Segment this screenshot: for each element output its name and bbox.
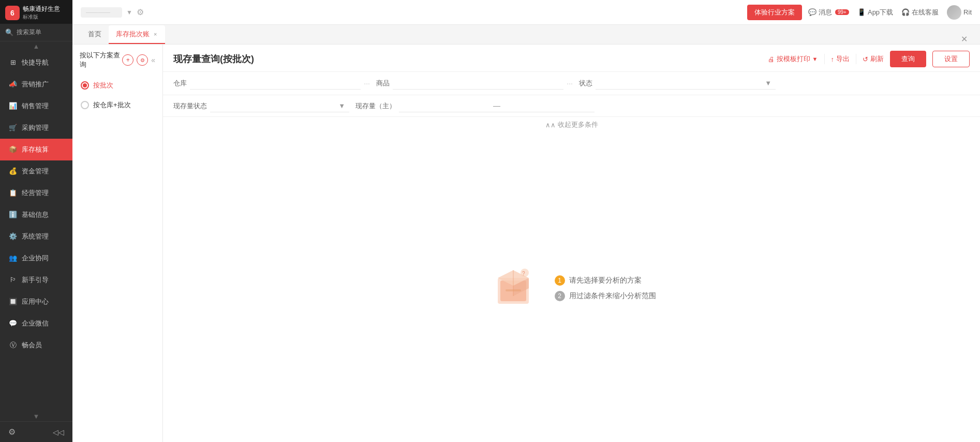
- sidebar-item-marketing[interactable]: 📣 营销推广: [0, 73, 72, 95]
- action-divider-1: [824, 54, 825, 64]
- action-divider-2: [856, 54, 856, 64]
- tab-inventory-batch-label: 库存批次账: [116, 30, 150, 39]
- sidebar-item-sales[interactable]: 📊 销售管理: [0, 95, 72, 117]
- sidebar-item-app-center[interactable]: 🔲 应用中心: [0, 291, 72, 313]
- scroll-down-btn[interactable]: ▼: [0, 411, 72, 421]
- filter-option-by-warehouse-batch[interactable]: 按仓库+批次: [72, 95, 162, 115]
- refresh-label: 刷新: [870, 54, 884, 64]
- status-label: 状态: [579, 79, 592, 88]
- sidebar-item-finance[interactable]: 💰 资金管理: [0, 160, 72, 182]
- stock-amount-from[interactable]: [399, 102, 490, 110]
- stock-status-field: 现存量状态 ▼: [173, 100, 349, 112]
- stock-status-label: 现存量状态: [173, 101, 207, 111]
- topbar-nav: ────── ▼ ⚙: [81, 7, 408, 18]
- sidebar-header: 6 畅康通好生意 标准版: [0, 0, 72, 24]
- tip-text-1: 请先选择要分析的方案: [569, 276, 642, 285]
- tab-home[interactable]: 首页: [81, 25, 109, 44]
- range-divider: —: [493, 101, 500, 110]
- sidebar-item-quick-nav[interactable]: ⊞ 快捷导航: [0, 52, 72, 73]
- refresh-btn[interactable]: ↺ 刷新: [863, 54, 884, 64]
- sidebar-item-system[interactable]: ⚙️ 系统管理: [0, 226, 72, 247]
- print-dropdown-chevron[interactable]: ▼: [812, 56, 818, 62]
- filter-panel-title-text: 按以下方案查询: [80, 51, 122, 69]
- collapse-sidebar-btn[interactable]: ◁◁: [53, 428, 64, 436]
- product-label: 商品: [376, 79, 390, 88]
- message-badge: 99+: [835, 9, 849, 15]
- add-scheme-btn[interactable]: +: [122, 54, 133, 66]
- tab-home-label: 首页: [88, 30, 101, 39]
- nav-label-inventory: 库存核算: [22, 145, 49, 154]
- print-btn[interactable]: 🖨 按模板打印 ▼: [768, 54, 818, 64]
- vip-icon: Ⓥ: [8, 341, 18, 350]
- filter-option-by-batch[interactable]: 按批次: [72, 76, 162, 95]
- sidebar-item-member[interactable]: Ⓥ 畅会员: [0, 334, 72, 356]
- query-area: 现存量查询(按批次) 🖨 按模板打印 ▼ ↑ 导出 ↺ 刷: [163, 45, 980, 442]
- sidebar-item-purchase[interactable]: 🛒 采购管理: [0, 117, 72, 139]
- grid-icon: ⊞: [8, 58, 18, 67]
- stock-amount-label: 现存量（主）: [355, 101, 396, 111]
- page-title: 现存量查询(按批次): [173, 53, 254, 65]
- search-menu[interactable]: 🔍 搜索菜单: [0, 24, 72, 41]
- nav-label-wechat: 企业微信: [22, 319, 49, 328]
- sidebar-item-basic[interactable]: ℹ️ 基础信息: [0, 204, 72, 226]
- collapse-more-btn[interactable]: ∧∧ 收起更多条件: [545, 120, 598, 129]
- nav-label-basic: 基础信息: [22, 210, 49, 219]
- page-header-actions: 🖨 按模板打印 ▼ ↑ 导出 ↺ 刷新 查询 设置: [768, 51, 970, 67]
- user-info[interactable]: Rit: [947, 5, 972, 20]
- nav-label-collab: 企业协同: [22, 254, 49, 263]
- nav-label-system: 系统管理: [22, 232, 49, 241]
- sidebar-item-collab[interactable]: 👥 企业协同: [0, 247, 72, 269]
- flag-icon: 🏳: [8, 275, 18, 285]
- product-more-icon[interactable]: ···: [567, 79, 573, 87]
- sidebar-item-wechat[interactable]: 💬 企业微信: [0, 313, 72, 334]
- sidebar-footer: ⚙ ◁◁: [0, 421, 72, 442]
- settings-scheme-btn[interactable]: ⚙: [137, 54, 148, 66]
- experience-btn[interactable]: 体验行业方案: [747, 5, 802, 20]
- stock-amount-to[interactable]: [503, 102, 595, 110]
- stock-status-select[interactable]: ▼: [210, 100, 349, 112]
- topbar: ────── ▼ ⚙ 体验行业方案 💬 消息 99+ 📱 App下载 🎧 在线客…: [72, 0, 980, 25]
- stock-amount-field: 现存量（主） —: [355, 99, 531, 112]
- refresh-icon: ↺: [863, 55, 868, 63]
- file-icon: 📋: [8, 188, 18, 198]
- tab-inventory-batch[interactable]: 库存批次账 ×: [109, 25, 165, 44]
- nav-label-app-center: 应用中心: [22, 297, 49, 306]
- app-subtitle: 标准版: [23, 13, 60, 21]
- product-input[interactable]: [393, 77, 563, 90]
- print-icon: 🖨: [768, 55, 775, 63]
- export-label: 导出: [836, 54, 850, 64]
- close-panel-x[interactable]: ✕: [957, 34, 972, 44]
- nav-label-guide: 新手引导: [22, 275, 49, 285]
- collapse-filter-btn[interactable]: «: [151, 56, 155, 64]
- online-service-btn[interactable]: 🎧 在线客服: [901, 8, 939, 17]
- filter-panel: 按以下方案查询 + ⚙ « 按批次 按仓库+批次: [72, 45, 163, 442]
- settings-icon[interactable]: ⚙: [8, 427, 16, 437]
- nav-label-marketing: 营销推广: [22, 80, 49, 89]
- sidebar-item-inventory[interactable]: 📦 库存核算: [0, 139, 72, 160]
- tip-text-2: 用过滤条件来缩小分析范围: [569, 291, 656, 301]
- warehouse-field: 仓库 ···: [173, 77, 370, 90]
- warehouse-more-icon[interactable]: ···: [364, 79, 370, 87]
- scroll-up-btn[interactable]: ▲: [0, 41, 72, 52]
- stock-amount-range: —: [399, 99, 595, 112]
- query-btn[interactable]: 查询: [890, 51, 926, 67]
- tab-close-btn[interactable]: ×: [153, 31, 158, 37]
- status-select[interactable]: ▼: [596, 77, 776, 90]
- sidebar-item-guide[interactable]: 🏳 新手引导: [0, 269, 72, 291]
- empty-content: ? 1 请先选择要分析的方案 2 用过滤条件来缩小分析范围: [487, 262, 656, 314]
- phone-icon: 📱: [857, 8, 866, 16]
- export-btn[interactable]: ↑ 导出: [831, 54, 850, 64]
- filter-panel-title: 按以下方案查询 + ⚙ «: [72, 45, 162, 73]
- box-icon: 📦: [8, 145, 18, 154]
- app-download-btn[interactable]: 📱 App下载: [857, 8, 893, 17]
- search-icon: 🔍: [5, 28, 13, 36]
- message-btn[interactable]: 💬 消息 99+: [808, 8, 849, 17]
- settings-topbar-icon[interactable]: ⚙: [137, 7, 144, 17]
- collapse-row: ∧∧ 收起更多条件: [163, 117, 980, 135]
- empty-tips: 1 请先选择要分析的方案 2 用过滤条件来缩小分析范围: [555, 275, 656, 301]
- sidebar-item-operations[interactable]: 📋 经营管理: [0, 182, 72, 204]
- radio-by-warehouse-batch: [81, 101, 89, 109]
- settings-btn[interactable]: 设置: [932, 51, 970, 67]
- warehouse-input[interactable]: [190, 77, 361, 90]
- nav-label-member: 畅会员: [22, 341, 42, 350]
